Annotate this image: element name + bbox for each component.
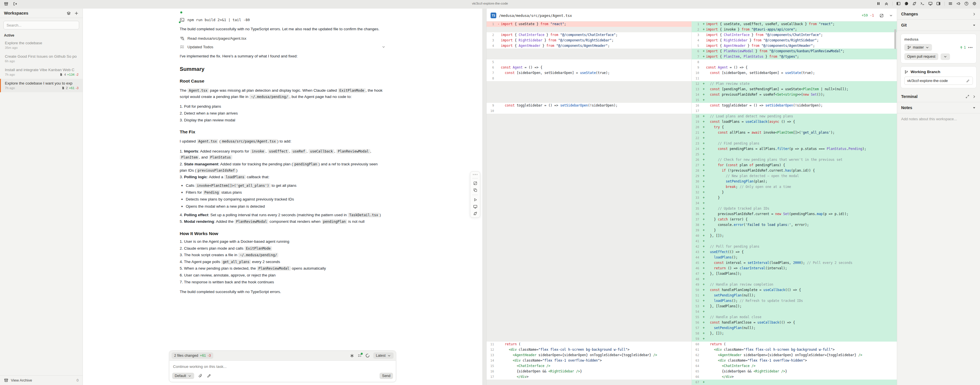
line-number: 26 [692, 157, 702, 162]
diff-scrollbar[interactable] [894, 25, 896, 385]
layers-icon[interactable] [67, 11, 71, 16]
branch-icon [904, 70, 908, 74]
notes-section-header[interactable]: Notes [897, 102, 980, 113]
diff-sign: + [702, 287, 706, 293]
diff-sign: + [702, 27, 706, 32]
diff-context-line: 5 [487, 59, 691, 65]
drag-handle-icon[interactable] [473, 173, 478, 176]
collapse-all-icon[interactable] [884, 2, 889, 6]
code-text: const toggleSidebar = () => setSidebarOp… [706, 103, 897, 108]
code-text [706, 309, 897, 315]
diff-context-line: 61 <div className="flex flex-col h-scree… [692, 347, 897, 352]
tool-call-row[interactable]: Updated Todos [180, 45, 385, 49]
line-number: 61 [692, 347, 702, 352]
attach-icon[interactable] [198, 374, 202, 378]
git-compare-icon[interactable] [912, 2, 916, 6]
code-text: import { RightSidebar } from "@/componen… [501, 38, 691, 43]
megaphone-icon[interactable] [956, 2, 961, 6]
chevron-down-icon[interactable] [382, 45, 385, 49]
line-number: 67 [692, 380, 702, 385]
diff-file-header[interactable]: TS /medusa/medusa/src/pages/Agent.tsx +5… [487, 9, 897, 21]
workspace-item-time: 35m ago [5, 46, 79, 49]
gear-icon[interactable] [972, 2, 977, 6]
terminal-icon[interactable] [920, 2, 924, 6]
view-archive-button[interactable]: View Archive 0 [0, 375, 83, 385]
code-text: <div className="flex flex-1 overflow-hid… [706, 358, 897, 363]
send-button[interactable]: Send [379, 373, 393, 379]
monitor-icon[interactable] [928, 2, 932, 6]
pen-icon[interactable] [207, 374, 211, 378]
working-branch-field[interactable]: vk/3ccf-explore-the-code [904, 76, 973, 85]
commits-ahead[interactable]: 1 [959, 45, 966, 49]
help-icon[interactable] [964, 2, 969, 6]
diff-added-line: 24+ const pendingPlans = allPlans.filter… [692, 146, 897, 152]
open-pull-request-button[interactable]: Open pull request [904, 53, 938, 60]
pause-icon[interactable] [876, 2, 881, 6]
git-compare-icon[interactable] [473, 212, 477, 216]
expand-icon[interactable] [966, 94, 969, 99]
add-workspace-icon[interactable] [74, 11, 79, 16]
mode-dropdown[interactable]: Default [172, 373, 194, 379]
branch-dropdown[interactable]: master [904, 44, 932, 51]
more-options-icon[interactable]: ••• [968, 45, 973, 50]
terminal-section-header[interactable]: Terminal [897, 91, 980, 102]
search-input[interactable] [3, 21, 79, 29]
workspace-item-title: Create Good First Issues on Github So po [5, 54, 79, 59]
right-panel-icon[interactable] [936, 2, 940, 6]
list-item: 6. User can review, annotate, approve, o… [180, 272, 385, 278]
copy-icon[interactable] [473, 188, 477, 192]
git-label: Git [901, 23, 972, 27]
chat-bubble-icon[interactable] [904, 2, 908, 6]
todo-list-icon[interactable] [358, 353, 362, 358]
mode-label: Default [175, 374, 186, 378]
inline-code: invoke<PlanItem[]>('get_all_plans') [196, 183, 270, 188]
workspace-item[interactable]: Explore the codebase I want you to exp7h… [0, 79, 83, 92]
code-text: loadPlans(); // Refresh to update tracke… [706, 298, 897, 304]
inline-code: PlanReviewModal [336, 149, 370, 154]
split-view-off-icon[interactable] [473, 181, 477, 185]
diff-added-line: 41+ [692, 239, 897, 244]
diff-added-line: 47+ }, [loadPlans]); [692, 271, 897, 277]
diff-body[interactable]: 1-import { useState } from "react";2impo… [487, 21, 897, 385]
menu-icon[interactable] [948, 2, 953, 6]
monitor-icon[interactable] [473, 205, 477, 209]
diff-sign: + [702, 255, 706, 260]
diff-sign: + [702, 195, 706, 200]
changes-section-header[interactable]: Changes [897, 9, 980, 20]
files-changed-badge[interactable]: 2 files changed +61 -3 [172, 352, 213, 359]
message-input[interactable]: Continue working on this task... [169, 361, 396, 371]
diff-sign [702, 65, 706, 70]
notes-input[interactable]: Add notes about this workspace... [897, 113, 980, 124]
spark-icon[interactable] [350, 353, 354, 358]
line-number: 57 [692, 325, 702, 331]
git-section-header[interactable]: Git [897, 20, 980, 31]
diff-added-line: 38+ console.error('Failed to load plans:… [692, 222, 897, 228]
pr-options-dropdown[interactable] [940, 53, 950, 60]
code-text [501, 108, 691, 114]
diff-context-line: 66 </div> [692, 374, 897, 380]
workspace-item[interactable]: Create Good First Issues on Github So po… [0, 52, 83, 65]
chevron-down-icon[interactable] [889, 14, 893, 18]
workspace-item[interactable]: Install and integrate Vibe Kanban Web C7… [0, 65, 83, 79]
section-heading: Summary [180, 66, 385, 72]
diff-sign: + [702, 168, 706, 173]
composer: 2 files changed +61 -3 Latest Continue w… [169, 350, 396, 382]
line-number: 1 [692, 21, 702, 27]
play-icon[interactable] [473, 198, 477, 202]
code-text: // Plan review state [706, 81, 897, 86]
diff-gap [487, 114, 691, 342]
latest-dropdown[interactable]: Latest [373, 352, 393, 359]
tool-call-row[interactable]: Read medusa/src/pages/Agent.tsx [180, 36, 385, 41]
diff-added-line: 35+ // Update tracked plan IDs [692, 206, 897, 212]
workspace-item-meta: 7h ago2+61-3 [5, 86, 79, 90]
left-panel-icon[interactable] [896, 2, 900, 6]
chat-scroll-area[interactable]: npm run build 2>&1 | tail -80The build c… [83, 9, 482, 351]
inline-code: PlanReviewModal [257, 266, 291, 271]
split-view-icon[interactable] [880, 13, 884, 18]
list-item: ●Opens the modal when a new plan is dete… [181, 204, 385, 210]
workspace-item[interactable]: Explore the codebase35m ago [0, 38, 83, 52]
edit-pencil-icon[interactable] [966, 79, 970, 83]
tool-call-row[interactable]: npm run build 2>&1 | tail -80 [180, 18, 385, 22]
chevron-right-icon [972, 12, 976, 16]
diff-additions: +59 [862, 13, 868, 18]
